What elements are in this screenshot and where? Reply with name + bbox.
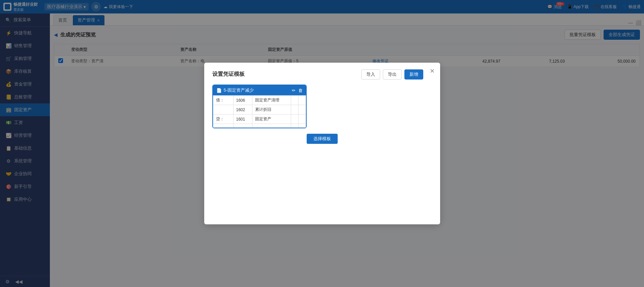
entry-subject-1: 累计折旧 bbox=[252, 105, 291, 115]
entry-code-1: 1602 bbox=[233, 105, 252, 115]
entry-debit-2 bbox=[291, 115, 298, 124]
new-template-button[interactable]: 新增 bbox=[404, 69, 423, 79]
modal-toolbar: 导入 导出 新增 bbox=[361, 69, 423, 79]
entry-direction-2: 贷： bbox=[213, 115, 233, 124]
template-entry-row bbox=[213, 124, 306, 128]
entry-subject-2: 固定资产 bbox=[252, 115, 291, 124]
entry-credit-3 bbox=[298, 124, 306, 128]
entry-code-2: 1601 bbox=[233, 115, 252, 124]
modal-overlay: 设置凭证模板 ✕ 导入 导出 新增 📄 5-固定资产减少 ✏ 🗑 bbox=[0, 0, 644, 287]
delete-icon[interactable]: 🗑 bbox=[298, 88, 303, 93]
entry-code-0: 1606 bbox=[233, 96, 252, 105]
select-template-button[interactable]: 选择模板 bbox=[307, 134, 338, 144]
template-card-body: 借： 1606 固定资产清理 1602 累计折旧 bbox=[213, 95, 306, 128]
modal-close-button[interactable]: ✕ bbox=[430, 67, 435, 75]
template-entry-row: 贷： 1601 固定资产 bbox=[213, 115, 306, 124]
template-card-title: 5-固定资产减少 bbox=[224, 87, 254, 93]
entry-credit-0 bbox=[298, 96, 306, 105]
entry-credit-2 bbox=[298, 115, 306, 124]
entry-code-3 bbox=[233, 124, 252, 128]
entry-credit-1 bbox=[298, 105, 306, 115]
template-card-header: 📄 5-固定资产减少 ✏ 🗑 bbox=[213, 85, 306, 95]
export-button[interactable]: 导出 bbox=[383, 69, 402, 79]
template-card-actions: ✏ 🗑 bbox=[292, 88, 303, 93]
entry-direction-0: 借： bbox=[213, 96, 233, 105]
entry-subject-3 bbox=[252, 124, 291, 128]
template-doc-icon: 📄 bbox=[216, 88, 222, 93]
template-entry-row: 1602 累计折旧 bbox=[213, 105, 306, 115]
template-entries-table: 借： 1606 固定资产清理 1602 累计折旧 bbox=[213, 95, 306, 128]
template-entry-row: 借： 1606 固定资产清理 bbox=[213, 96, 306, 105]
edit-icon[interactable]: ✏ bbox=[292, 88, 296, 93]
entry-debit-0 bbox=[291, 96, 298, 105]
entry-direction-3 bbox=[213, 124, 233, 128]
import-button[interactable]: 导入 bbox=[361, 69, 380, 79]
modal-dialog: 设置凭证模板 ✕ 导入 导出 新增 📄 5-固定资产减少 ✏ 🗑 bbox=[204, 63, 440, 224]
entry-debit-3 bbox=[291, 124, 298, 128]
entry-direction-1 bbox=[213, 105, 233, 115]
entry-subject-0: 固定资产清理 bbox=[252, 96, 291, 105]
template-card: 📄 5-固定资产减少 ✏ 🗑 借： 1606 固定资产清理 bbox=[212, 85, 307, 128]
entry-debit-1 bbox=[291, 105, 298, 115]
